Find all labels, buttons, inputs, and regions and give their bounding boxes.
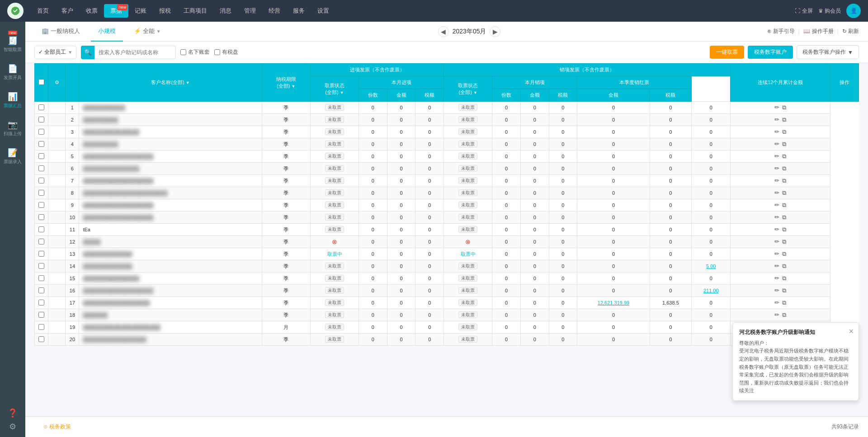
- row-checkbox[interactable]: [38, 165, 44, 171]
- edit-icon[interactable]: ✏: [774, 214, 779, 221]
- row-checkbox[interactable]: [38, 214, 44, 220]
- tab-full[interactable]: ⚡全能 ▼: [127, 22, 168, 42]
- row-checkbox[interactable]: [38, 239, 44, 244]
- manual-btn[interactable]: 📖 操作手册: [803, 28, 833, 35]
- nav-item-tax[interactable]: 报税: [153, 4, 177, 18]
- sidebar-item-entry[interactable]: 📝 票据录入: [0, 143, 25, 169]
- row-checkbox[interactable]: [38, 117, 44, 122]
- row-checkbox[interactable]: [38, 141, 44, 147]
- row-checkbox[interactable]: [38, 312, 44, 318]
- edit-icon[interactable]: ✏: [774, 153, 779, 160]
- copy-icon[interactable]: ⧉: [782, 299, 786, 306]
- edit-icon[interactable]: ✏: [774, 226, 779, 233]
- tax-policy-link[interactable]: ⊙ 税务政策: [34, 420, 80, 433]
- edit-icon[interactable]: ✏: [774, 275, 779, 282]
- sidebar-item-summary[interactable]: 📊 票据汇总: [0, 87, 25, 113]
- copy-icon[interactable]: ⧉: [782, 287, 786, 294]
- under-account-checkbox[interactable]: 名下账套: [180, 48, 210, 56]
- row-checkbox[interactable]: [38, 202, 44, 208]
- refresh-btn[interactable]: ↻ 刷新: [842, 28, 859, 35]
- copy-icon[interactable]: ⧉: [782, 214, 786, 221]
- nav-item-manage[interactable]: 管理: [238, 4, 262, 18]
- edit-icon[interactable]: ✏: [774, 177, 779, 184]
- edit-icon[interactable]: ✏: [774, 311, 779, 319]
- copy-icon[interactable]: ⧉: [782, 238, 786, 245]
- edit-icon[interactable]: ✏: [774, 104, 779, 111]
- copy-icon[interactable]: ⧉: [782, 226, 786, 233]
- sidebar-item-scan[interactable]: 📷 扫描上传: [0, 115, 25, 141]
- row-checkbox[interactable]: [38, 251, 44, 257]
- avatar[interactable]: 👤: [846, 4, 861, 18]
- row-checkbox[interactable]: [38, 287, 44, 293]
- copy-icon[interactable]: ⧉: [782, 311, 786, 319]
- has-disk-checkbox[interactable]: 有税盘: [214, 48, 238, 56]
- copy-icon[interactable]: ⧉: [782, 104, 786, 111]
- copy-icon[interactable]: ⧉: [782, 128, 786, 136]
- sidebar-settings-icon[interactable]: ⚙: [9, 422, 16, 432]
- edit-icon[interactable]: ✏: [774, 116, 779, 123]
- nav-item-accounting[interactable]: 记账: [128, 4, 153, 18]
- nav-item-client[interactable]: 客户: [55, 4, 80, 18]
- row-checkbox[interactable]: [38, 190, 44, 196]
- sidebar-help-icon[interactable]: ❓: [8, 408, 18, 418]
- row-checkbox[interactable]: [38, 263, 44, 269]
- copy-icon[interactable]: ⧉: [782, 275, 786, 282]
- edit-icon[interactable]: ✏: [774, 250, 779, 258]
- row-checkbox[interactable]: [38, 104, 44, 110]
- nav-item-operation[interactable]: 经营: [262, 4, 287, 18]
- row-checkbox[interactable]: [38, 275, 44, 281]
- edit-icon[interactable]: ✏: [774, 287, 779, 294]
- one-click-fetch-btn[interactable]: 一键取票: [710, 46, 744, 59]
- edit-icon[interactable]: ✏: [774, 202, 779, 209]
- copy-icon[interactable]: ⧉: [782, 116, 786, 123]
- row-checkbox[interactable]: [38, 153, 44, 159]
- nav-item-receive[interactable]: 收票: [80, 4, 104, 18]
- edit-icon[interactable]: ✏: [774, 299, 779, 306]
- sidebar-item-smart-ticket[interactable]: new 🧾 智能取票: [0, 26, 25, 57]
- copy-icon[interactable]: ⧉: [782, 202, 786, 209]
- copy-icon[interactable]: ⧉: [782, 141, 786, 148]
- edit-icon[interactable]: ✏: [774, 263, 779, 270]
- cumulative-link[interactable]: 5.00: [706, 263, 716, 269]
- digital-account-ops-btn[interactable]: 税务数字账户操作 ▼: [797, 45, 859, 59]
- nav-item-business[interactable]: 工商项目: [177, 4, 213, 18]
- tab-general[interactable]: 🏢一般纳税人: [34, 22, 87, 42]
- copy-icon[interactable]: ⧉: [782, 189, 786, 197]
- edit-icon[interactable]: ✏: [774, 238, 779, 245]
- row-checkbox[interactable]: [38, 300, 44, 305]
- edit-icon[interactable]: ✏: [774, 189, 779, 197]
- row-checkbox[interactable]: [38, 129, 44, 135]
- tab-small[interactable]: 小规模: [91, 22, 123, 42]
- vip-btn[interactable]: ♛ 购会员: [818, 7, 841, 15]
- nav-item-service[interactable]: 服务: [287, 4, 311, 18]
- cumulative-link[interactable]: 211.00: [703, 288, 719, 293]
- row-checkbox[interactable]: [38, 336, 44, 342]
- search-button[interactable]: 🔍: [81, 46, 94, 59]
- prev-month-btn[interactable]: ◀: [438, 26, 449, 37]
- row-checkbox[interactable]: [38, 226, 44, 232]
- nav-item-invoice[interactable]: 票据 new: [104, 4, 128, 18]
- digital-account-btn[interactable]: 税务数字账户: [748, 46, 793, 59]
- notification-close-btn[interactable]: ✕: [849, 326, 854, 336]
- edit-icon[interactable]: ✏: [774, 128, 779, 136]
- edit-icon[interactable]: ✏: [774, 141, 779, 148]
- guide-btn[interactable]: ⊕ 新手引导: [767, 28, 795, 35]
- next-month-btn[interactable]: ▶: [490, 26, 500, 37]
- nav-item-settings[interactable]: 设置: [311, 4, 335, 18]
- copy-icon[interactable]: ⧉: [782, 250, 786, 258]
- copy-icon[interactable]: ⧉: [782, 263, 786, 270]
- copy-icon[interactable]: ⧉: [782, 177, 786, 184]
- row-checkbox[interactable]: [38, 178, 44, 183]
- nav-item-home[interactable]: 首页: [31, 4, 55, 18]
- select-all-checkbox[interactable]: [38, 79, 44, 85]
- nav-item-message[interactable]: 消息: [213, 4, 238, 18]
- copy-icon[interactable]: ⧉: [782, 153, 786, 160]
- copy-icon[interactable]: ⧉: [782, 165, 786, 172]
- employee-selector[interactable]: ✓ 全部员工 ▼: [34, 46, 76, 59]
- fullscreen-btn[interactable]: ⛶ 全屏: [795, 7, 812, 15]
- search-input[interactable]: [94, 46, 176, 59]
- edit-icon[interactable]: ✏: [774, 165, 779, 172]
- red-amount-link[interactable]: 12,621,319.99: [598, 300, 629, 305]
- sidebar-item-invoice-open[interactable]: 📄 发票开具: [0, 59, 25, 85]
- row-checkbox[interactable]: [38, 324, 44, 330]
